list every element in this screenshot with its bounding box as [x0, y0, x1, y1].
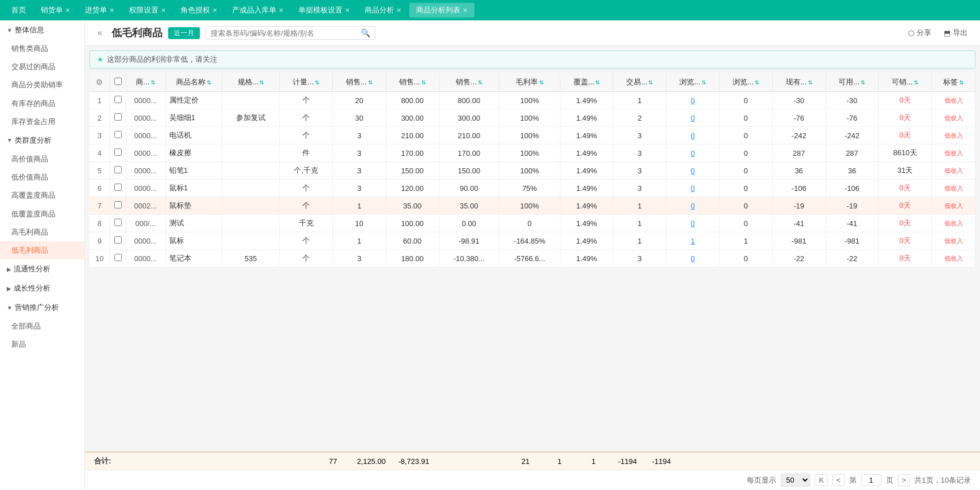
nav-sales-close[interactable]: ✕ — [65, 7, 70, 14]
cell-checkbox[interactable] — [110, 180, 126, 197]
sidebar-item-traded-goods[interactable]: 交易过的商品 — [0, 58, 84, 76]
sidebar-item-low-value[interactable]: 低价值商品 — [0, 168, 84, 186]
cell-checkbox[interactable] — [110, 162, 126, 180]
th-name[interactable]: 商品名称⇅ — [165, 73, 222, 92]
sidebar-collapse-button[interactable]: « — [94, 28, 106, 38]
row-checkbox[interactable] — [114, 131, 122, 138]
cell-browse1[interactable]: 0 — [666, 127, 720, 144]
nav-finished-goods-close[interactable]: ✕ — [279, 7, 284, 14]
prev-page-button[interactable]: < — [832, 474, 845, 486]
th-available[interactable]: 可用...⇅ — [825, 73, 879, 92]
browse1-link[interactable]: 0 — [691, 254, 695, 263]
cell-browse1[interactable]: 0 — [666, 162, 720, 180]
th-gear[interactable]: ⚙ — [89, 73, 110, 92]
nav-purchase-close[interactable]: ✕ — [109, 7, 114, 14]
row-checkbox[interactable] — [114, 184, 122, 191]
th-gross-rate[interactable]: 毛利率⇅ — [499, 73, 560, 92]
nav-finished-goods[interactable]: 产成品入库单 ✕ — [225, 3, 290, 18]
row-checkbox[interactable] — [114, 236, 122, 244]
select-all-checkbox[interactable] — [114, 78, 122, 85]
browse1-link[interactable]: 0 — [691, 131, 695, 140]
sidebar-item-all-goods[interactable]: 全部商品 — [0, 317, 84, 335]
browse1-link[interactable]: 0 — [691, 202, 695, 210]
sidebar-item-high-coverage[interactable]: 高覆盖度商品 — [0, 186, 84, 204]
nav-permissions[interactable]: 权限设置 ✕ — [122, 3, 173, 18]
sidebar-item-new-goods[interactable]: 新品 — [0, 335, 84, 353]
sidebar-group-cluster[interactable]: ▼ 类群度分析 — [0, 131, 84, 150]
cell-checkbox[interactable] — [110, 92, 126, 109]
th-sales-amount[interactable]: 销售...⇅ — [439, 73, 499, 92]
export-button[interactable]: ⬒ 导出 — [940, 26, 971, 40]
cell-checkbox[interactable] — [110, 250, 126, 267]
browse1-link[interactable]: 0 — [691, 96, 695, 105]
search-icon[interactable]: 🔍 — [361, 28, 370, 37]
search-input[interactable] — [211, 29, 357, 37]
nav-role-auth[interactable]: 角色授权 ✕ — [174, 3, 224, 18]
th-spec[interactable]: 规格...⇅ — [222, 73, 280, 92]
cell-checkbox[interactable] — [110, 127, 126, 144]
browse1-link[interactable]: 1 — [691, 237, 695, 245]
nav-product-analysis-close[interactable]: ✕ — [396, 7, 401, 14]
th-browse2[interactable]: 浏览...⇅ — [719, 73, 772, 92]
browse1-link[interactable]: 0 — [691, 184, 695, 193]
sidebar-group-growth[interactable]: ▶ 成长性分析 — [0, 279, 84, 298]
th-saleable[interactable]: 可销...⇅ — [879, 73, 932, 92]
cell-checkbox[interactable] — [110, 232, 126, 250]
sidebar-item-high-margin[interactable]: 高毛利商品 — [0, 223, 84, 241]
browse1-link[interactable]: 0 — [691, 114, 695, 122]
nav-template[interactable]: 单据模板设置 ✕ — [292, 3, 357, 18]
th-sales-price[interactable]: 销售...⇅ — [386, 73, 439, 92]
table-container[interactable]: ⚙ 商...⇅ 商品名称⇅ 规格...⇅ 计量...⇅ 销售...⇅ 销售...… — [89, 73, 975, 451]
th-checkbox[interactable] — [110, 73, 126, 92]
cell-checkbox[interactable] — [110, 215, 126, 232]
th-tag[interactable]: 标签⇅ — [932, 73, 975, 92]
sidebar-item-low-margin[interactable]: 低毛利商品 — [0, 241, 84, 259]
th-unit[interactable]: 计量...⇅ — [280, 73, 333, 92]
th-transaction[interactable]: 交易...⇅ — [613, 73, 666, 92]
browse1-link[interactable]: 0 — [691, 149, 695, 157]
next-page-button[interactable]: > — [898, 474, 910, 486]
cell-browse1[interactable]: 0 — [666, 180, 720, 197]
cell-browse1[interactable]: 0 — [666, 215, 720, 232]
sidebar-item-stock-fund[interactable]: 库存资金占用 — [0, 113, 84, 131]
sidebar-item-low-coverage[interactable]: 低覆盖度商品 — [0, 205, 84, 223]
nav-analysis-list[interactable]: 商品分析列表 ✕ — [409, 3, 474, 18]
sidebar-item-sales-goods[interactable]: 销售类商品 — [0, 40, 84, 58]
sidebar-group-overview[interactable]: ▼ 整体信息 — [0, 20, 84, 40]
sidebar-item-stock-goods[interactable]: 有库存的商品 — [0, 95, 84, 113]
sidebar-group-flow[interactable]: ▶ 流通性分析 — [0, 259, 84, 279]
th-sales-qty[interactable]: 销售...⇅ — [333, 73, 386, 92]
page-size-select[interactable]: 50 100 200 — [781, 474, 810, 487]
th-browse1[interactable]: 浏览...⇅ — [666, 73, 720, 92]
nav-template-close[interactable]: ✕ — [345, 7, 350, 14]
share-button[interactable]: ⬡ 分享 — [905, 26, 935, 40]
nav-purchase[interactable]: 进货单 ✕ — [78, 3, 121, 18]
nav-permissions-close[interactable]: ✕ — [161, 7, 166, 14]
row-checkbox[interactable] — [114, 148, 122, 156]
cell-browse1[interactable]: 0 — [666, 92, 720, 109]
cell-checkbox[interactable] — [110, 197, 126, 215]
nav-home[interactable]: 首页 — [5, 3, 33, 18]
browse1-link[interactable]: 0 — [691, 167, 695, 175]
browse1-link[interactable]: 0 — [691, 219, 695, 228]
row-checkbox[interactable] — [114, 254, 122, 261]
sidebar-item-high-value[interactable]: 高价值商品 — [0, 150, 84, 168]
cell-checkbox[interactable] — [110, 109, 126, 127]
sidebar-item-category-rate[interactable]: 商品分类助销率 — [0, 76, 84, 94]
cell-browse1[interactable]: 0 — [666, 109, 720, 127]
page-number-input[interactable] — [861, 474, 881, 486]
row-checkbox[interactable] — [114, 201, 122, 208]
row-checkbox[interactable] — [114, 166, 122, 173]
th-current-stock[interactable]: 现有...⇅ — [772, 73, 825, 92]
cell-browse1[interactable]: 0 — [666, 250, 720, 267]
row-checkbox[interactable] — [114, 219, 122, 226]
row-checkbox[interactable] — [114, 113, 122, 121]
row-checkbox[interactable] — [114, 96, 122, 103]
nav-analysis-list-close[interactable]: ✕ — [463, 7, 468, 14]
th-code[interactable]: 商...⇅ — [126, 73, 165, 92]
nav-product-analysis[interactable]: 商品分析 ✕ — [358, 3, 408, 18]
cell-browse1[interactable]: 0 — [666, 144, 720, 162]
first-page-button[interactable]: K — [815, 474, 828, 486]
cell-browse1[interactable]: 1 — [666, 232, 720, 250]
cell-checkbox[interactable] — [110, 144, 126, 162]
